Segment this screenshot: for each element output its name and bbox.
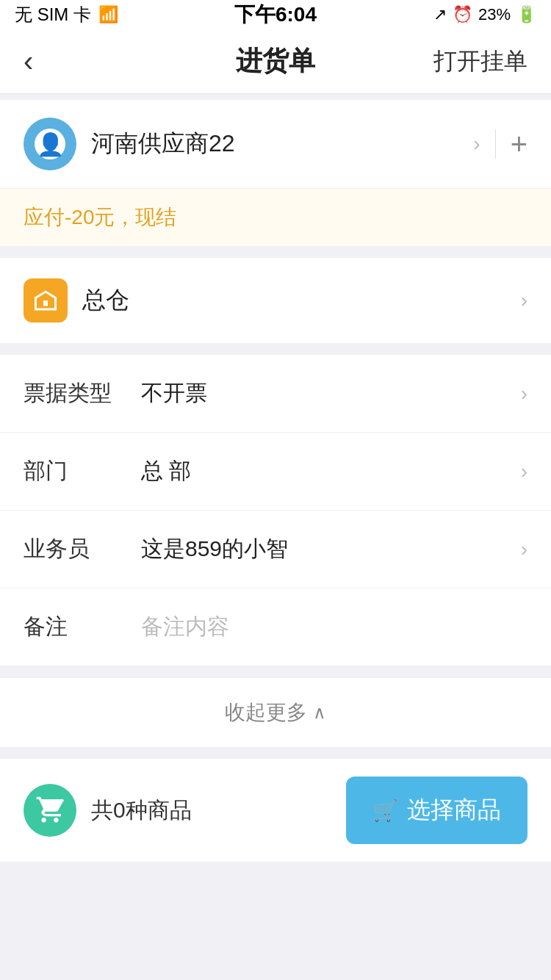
remark-input[interactable]: 备注内容: [126, 612, 527, 642]
carrier-label: 无 SIM 卡: [15, 3, 91, 26]
person-icon: 👤: [37, 131, 64, 157]
battery-label: 23%: [478, 5, 511, 24]
select-btn-icon: 🛒: [372, 799, 398, 823]
supplier-chevron-icon: ›: [473, 132, 480, 156]
supplier-avatar: 👤: [24, 118, 76, 170]
status-left: 无 SIM 卡 📶: [15, 3, 118, 26]
wifi-icon: 📶: [98, 5, 118, 24]
supplier-name: 河南供应商22: [91, 128, 473, 160]
alarm-icon: ⏰: [453, 5, 472, 24]
select-btn-label: 选择商品: [407, 794, 501, 826]
bill-type-value: 不开票: [126, 378, 521, 408]
status-right: ↗ ⏰ 23% 🔋: [433, 5, 536, 24]
warehouse-svg: [32, 287, 59, 314]
warehouse-row[interactable]: 总仓 ›: [0, 258, 551, 343]
dept-label: 部门: [24, 456, 126, 486]
page-title: 进货单: [236, 43, 315, 79]
battery-icon: 🔋: [516, 5, 536, 24]
remark-label: 备注: [24, 612, 126, 642]
location-icon: ↗: [433, 5, 447, 24]
warehouse-chevron-icon: ›: [521, 289, 527, 312]
supplier-card: 👤 河南供应商22 › + 应付-20元，现结: [0, 100, 551, 246]
cart-icon-wrap: [24, 784, 76, 837]
sales-row[interactable]: 业务员 这是859的小智 ›: [0, 511, 551, 588]
status-bar: 无 SIM 卡 📶 下午6:04 ↗ ⏰ 23% 🔋: [0, 0, 551, 29]
notice-text: 应付-20元，现结: [24, 206, 176, 228]
bill-type-chevron-icon: ›: [521, 382, 527, 406]
dept-value: 总 部: [126, 456, 521, 486]
bill-type-row[interactable]: 票据类型 不开票 ›: [0, 355, 551, 433]
avatar-inner: 👤: [35, 129, 65, 159]
sales-label: 业务员: [24, 534, 126, 564]
bottom-bar: 共0种商品 🛒 选择商品: [0, 759, 551, 862]
cart-icon: [35, 796, 65, 825]
collapse-arrow-icon: ∧: [313, 702, 326, 723]
collapse-label: 收起更多: [225, 699, 307, 727]
content: 👤 河南供应商22 › + 应付-20元，现结 总仓 ›: [0, 94, 551, 862]
open-pending-button[interactable]: 打开挂单: [433, 46, 527, 78]
add-icon[interactable]: +: [511, 128, 527, 161]
dept-row[interactable]: 部门 总 部 ›: [0, 433, 551, 511]
supplier-row[interactable]: 👤 河南供应商22 › +: [0, 100, 551, 189]
supplier-actions: › +: [473, 128, 527, 161]
form-card: 票据类型 不开票 › 部门 总 部 › 业务员 这是859的小智 › 备注 备注…: [0, 355, 551, 666]
remark-row[interactable]: 备注 备注内容: [0, 588, 551, 666]
dept-chevron-icon: ›: [521, 460, 527, 483]
warehouse-icon: [24, 278, 68, 323]
product-count: 共0种商品: [91, 796, 331, 826]
nav-bar: ‹ 进货单 打开挂单: [0, 29, 551, 94]
status-time: 下午6:04: [234, 1, 317, 29]
notice-banner: 应付-20元，现结: [0, 189, 551, 246]
warehouse-name: 总仓: [82, 284, 521, 317]
warehouse-card[interactable]: 总仓 ›: [0, 258, 551, 343]
select-product-button[interactable]: 🛒 选择商品: [346, 777, 527, 844]
back-button[interactable]: ‹: [24, 45, 68, 78]
sales-value: 这是859的小智: [126, 534, 521, 564]
sales-chevron-icon: ›: [521, 538, 527, 561]
bill-type-label: 票据类型: [24, 378, 126, 408]
collapse-row[interactable]: 收起更多 ∧: [0, 677, 551, 747]
vertical-divider: [495, 129, 496, 159]
